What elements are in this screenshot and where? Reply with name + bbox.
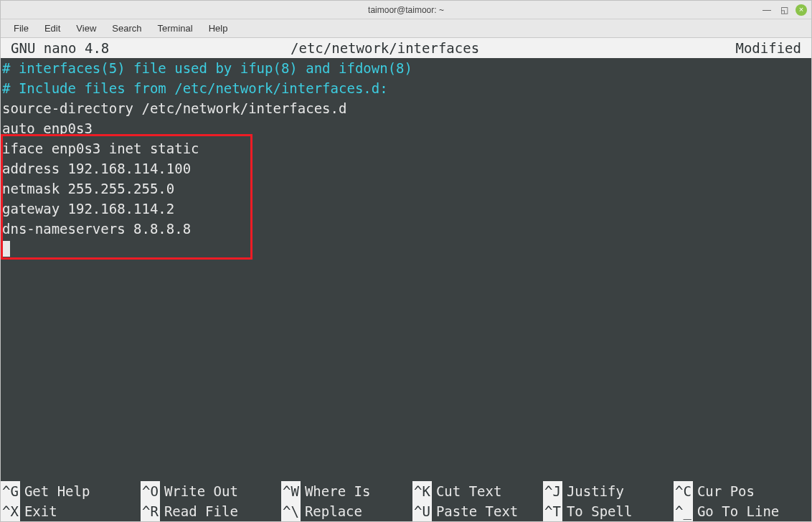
close-icon[interactable]: × <box>796 4 807 16</box>
shortcut-key: ^_ <box>674 501 693 521</box>
cursor-line <box>2 239 810 259</box>
shortcut-label: Where Is <box>301 481 371 501</box>
shortcut-row: ^GGet Help ^OWrite Out ^WWhere Is ^KCut … <box>1 481 811 501</box>
shortcut-label: Cut Text <box>432 481 502 501</box>
shortcut-label: To Spell <box>562 501 633 521</box>
editor-line: netmask 255.255.255.0 <box>2 179 810 199</box>
shortcut: ^\Replace <box>281 501 412 521</box>
menu-search[interactable]: Search <box>105 22 148 35</box>
shortcut-label: Paste Text <box>432 501 518 521</box>
shortcut-label: Cur Pos <box>693 481 755 501</box>
editor-line: # Include files from /etc/network/interf… <box>2 78 810 98</box>
minimize-icon[interactable]: — <box>761 4 773 16</box>
window-title: taimoor@taimoor: ~ <box>368 5 444 15</box>
shortcut-key: ^W <box>281 481 301 501</box>
shortcut-label: Read File <box>160 501 238 521</box>
editor-line: auto enp0s3 <box>2 118 810 138</box>
shortcut-label: Get Help <box>20 481 90 501</box>
shortcut-key: ^C <box>674 481 693 501</box>
cursor-icon <box>2 241 10 257</box>
menu-view[interactable]: View <box>69 22 103 35</box>
shortcut: ^OWrite Out <box>141 481 281 501</box>
shortcut-label: Replace <box>301 501 362 521</box>
shortcut: ^JJustify <box>543 481 674 501</box>
shortcut-key: ^O <box>141 481 160 501</box>
shortcut-key: ^U <box>412 501 432 521</box>
shortcut-label: Justify <box>562 481 624 501</box>
shortcut: ^RRead File <box>141 501 281 521</box>
nano-status-label: Modified <box>735 38 801 58</box>
nano-app-label: GNU nano 4.8 <box>11 38 291 58</box>
shortcut-key: ^K <box>412 481 432 501</box>
editor-line: # interfaces(5) file used by ifup(8) and… <box>2 58 810 78</box>
shortcut: ^GGet Help <box>1 481 141 501</box>
shortcut: ^CCur Pos <box>674 481 755 501</box>
shortcut: ^TTo Spell <box>543 501 674 521</box>
shortcut: ^_Go To Line <box>674 501 779 521</box>
editor-line: address 192.168.114.100 <box>2 158 810 179</box>
maximize-icon[interactable]: ◱ <box>778 4 790 16</box>
menu-help[interactable]: Help <box>202 22 235 35</box>
shortcut-key: ^X <box>1 501 20 521</box>
shortcut-label: Write Out <box>160 481 238 501</box>
terminal-area[interactable]: GNU nano 4.8 /etc/network/interfaces Mod… <box>1 38 811 521</box>
editor-line: source-directory /etc/network/interfaces… <box>2 98 810 118</box>
shortcut-key: ^R <box>141 501 160 521</box>
shortcut-row: ^XExit ^RRead File ^\Replace ^UPaste Tex… <box>1 501 811 521</box>
editor-content[interactable]: # interfaces(5) file used by ifup(8) and… <box>1 58 811 259</box>
nano-footer: ^GGet Help ^OWrite Out ^WWhere Is ^KCut … <box>1 481 811 521</box>
window-controls: — ◱ × <box>761 4 807 16</box>
nano-file-label: /etc/network/interfaces <box>291 38 735 58</box>
shortcut: ^KCut Text <box>412 481 543 501</box>
menu-file[interactable]: File <box>6 22 36 35</box>
shortcut-key: ^G <box>1 481 20 501</box>
titlebar: taimoor@taimoor: ~ — ◱ × <box>1 1 811 19</box>
shortcut-label: Go To Line <box>693 501 779 521</box>
editor-line: iface enp0s3 inet static <box>2 138 810 158</box>
shortcut-key: ^T <box>543 501 562 521</box>
shortcut-key: ^J <box>543 481 562 501</box>
shortcut: ^UPaste Text <box>412 501 543 521</box>
terminal-window: taimoor@taimoor: ~ — ◱ × File Edit View … <box>0 0 812 522</box>
shortcut: ^WWhere Is <box>281 481 412 501</box>
nano-header: GNU nano 4.8 /etc/network/interfaces Mod… <box>1 38 811 58</box>
shortcut: ^XExit <box>1 501 141 521</box>
menu-edit[interactable]: Edit <box>37 22 67 35</box>
editor-line: gateway 192.168.114.2 <box>2 199 810 219</box>
menubar: File Edit View Search Terminal Help <box>1 19 811 38</box>
shortcut-key: ^\ <box>281 501 301 521</box>
editor-line: dns-nameservers 8.8.8.8 <box>2 219 810 239</box>
shortcut-label: Exit <box>20 501 57 521</box>
menu-terminal[interactable]: Terminal <box>151 22 200 35</box>
